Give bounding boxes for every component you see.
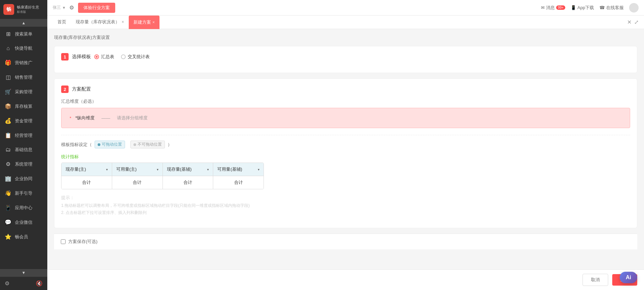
sidebar-item-inventory[interactable]: 📦 库存核算 xyxy=(0,99,47,114)
sidebar-item-system[interactable]: ⚙ 系统管理 xyxy=(0,157,47,171)
sidebar-item-basic-info[interactable]: 🗂 基础信息 xyxy=(0,143,47,157)
sidebar-scroll-down[interactable]: ▼ xyxy=(0,269,47,276)
sidebar-item-apps[interactable]: 📱 应用中心 xyxy=(0,200,47,215)
col-3-chevron[interactable]: ▾ xyxy=(258,168,259,171)
stats-title: 统计指标 xyxy=(61,154,630,160)
step2-card: 2 方案配置 汇总维度（必选） * *纵向维度 —— 请选择分组维度 模板指标设… xyxy=(54,78,637,228)
stats-cell-0-2: 合计 xyxy=(163,176,214,189)
username-label: 张三 xyxy=(53,5,61,10)
close-panel-icon[interactable]: ✕ xyxy=(627,19,631,25)
user-avatar[interactable] xyxy=(629,3,639,13)
topbar: 张三 ▾ ⚙ 体验行业方案 ✉ 消息 99+ 📱 App下载 ☎ 在线客服 xyxy=(47,0,644,16)
message-icon: ✉ xyxy=(541,5,545,10)
sales-label: 销售管理 xyxy=(15,74,32,80)
sidebar-item-search-menu[interactable]: ⊞ 搜索菜单 xyxy=(0,27,47,41)
cancel-button[interactable]: 取消 xyxy=(583,274,608,286)
blue-dot xyxy=(98,143,100,146)
step1-title: 选择模板 xyxy=(72,54,91,60)
step1-header: 1 选择模板 汇总表 交叉统计表 xyxy=(61,53,630,61)
service-icon: ☎ xyxy=(599,5,605,10)
sidebar-footer: ⚙ 🔇 xyxy=(0,276,47,290)
sidebar-logo-title: 畅康通好生意 xyxy=(17,5,39,10)
sidebar-item-wechat[interactable]: 💬 企业微信 xyxy=(0,215,47,229)
message-badge: 99+ xyxy=(556,5,565,10)
dimension-label: 汇总维度（必选） xyxy=(61,98,630,104)
sidebar-item-enterprise[interactable]: 🏢 企业协同 xyxy=(0,171,47,186)
user-dropdown-icon[interactable]: ▾ xyxy=(63,5,65,10)
stats-col-0[interactable]: 现存量(主) ▾ xyxy=(61,163,112,176)
sidebar: 畅 畅康通好生意 标准版 ▲ ⊞ 搜索菜单 ⌂ 快捷导航 🎁 营销推广 ◫ 销售… xyxy=(0,0,47,290)
tab-inventory-label: 现存量（库存状况表） xyxy=(76,19,120,25)
sidebar-item-sales[interactable]: ◫ 销售管理 xyxy=(0,70,47,84)
apps-icon: 📱 xyxy=(5,204,11,211)
sidebar-item-purchase[interactable]: 🛒 采购管理 xyxy=(0,84,47,99)
app-download-icon: 📱 xyxy=(571,5,576,10)
user-area: 张三 ▾ xyxy=(53,5,65,10)
inventory-label: 库存核算 xyxy=(15,103,32,110)
online-service-item[interactable]: ☎ 在线客服 xyxy=(599,5,624,11)
col-2-chevron[interactable]: ▾ xyxy=(207,168,209,171)
stats-col-0-label: 现存量(主) xyxy=(66,166,86,172)
indicator-label-prefix: 模板指标设定（ xyxy=(61,142,92,148)
sidebar-item-member[interactable]: ⭐ 畅会员 xyxy=(0,229,47,244)
content-area: 现存量(库存状况表)方案设置 1 选择模板 汇总表 交叉统计表 xyxy=(47,29,644,269)
stats-col-3-label: 可用量(基辅) xyxy=(217,166,242,172)
newbie-label: 新手引导 xyxy=(15,190,32,196)
sidebar-item-operations[interactable]: 📋 经营管理 xyxy=(0,128,47,143)
app-download-item[interactable]: 📱 App下载 xyxy=(571,5,594,11)
col-0-chevron[interactable]: ▾ xyxy=(106,168,108,171)
sidebar-item-quick-nav[interactable]: ⌂ 快捷导航 xyxy=(0,41,47,55)
sidebar-item-finance[interactable]: 💰 资金管理 xyxy=(0,114,47,128)
stats-col-1-label: 可用量(主) xyxy=(116,166,137,172)
purchase-icon: 🛒 xyxy=(5,89,11,95)
settings-icon[interactable]: ⚙ xyxy=(5,280,9,287)
tab-new-scheme[interactable]: 新建方案 × xyxy=(129,16,159,29)
save-checkbox[interactable] xyxy=(61,239,66,244)
stats-col-3[interactable]: 可用量(基辅) ▾ xyxy=(213,163,264,176)
stats-section: 统计指标 现存量(主) ▾ 可用量(主) ▾ 现存量(基辅) xyxy=(61,154,630,189)
dimension-field-label: *纵向维度 xyxy=(75,115,95,121)
divider-1 xyxy=(61,135,630,135)
footer-bar: 取消 查询 xyxy=(47,269,644,290)
messages-item[interactable]: ✉ 消息 99+ xyxy=(541,5,565,11)
topbar-gear-icon[interactable]: ⚙ xyxy=(69,4,74,11)
search-menu-label: 搜索菜单 xyxy=(15,31,32,37)
stats-col-1[interactable]: 可用量(主) ▾ xyxy=(112,163,163,176)
tab-home-label: 首页 xyxy=(57,19,66,25)
tip-item-1: 2. 点击标题栏下拉可设置排序、插入列和删除列 xyxy=(61,210,630,216)
tips-section: 提示： 1.拖动标题栏可以调整布局，不可跨维度或指标区域拖动栏目字段(只能在同一… xyxy=(61,195,630,216)
sidebar-item-marketing[interactable]: 🎁 营销推广 xyxy=(0,55,47,70)
indicator-settings: 模板指标设定（ 可拖动位置 不可拖动位置 ） xyxy=(61,141,630,148)
online-service-label: 在线客服 xyxy=(606,5,624,11)
indicator-label-end: ） xyxy=(168,142,172,148)
sidebar-scroll-up[interactable]: ▲ xyxy=(0,19,47,27)
stats-cell-0-1: 合计 xyxy=(112,176,163,189)
col-1-chevron[interactable]: ▾ xyxy=(157,168,158,171)
ai-bubble[interactable]: Ai xyxy=(620,272,637,283)
tab-inventory-close[interactable]: × xyxy=(122,20,124,24)
stats-cell-0-0: 合计 xyxy=(61,176,112,189)
marketing-icon: 🎁 xyxy=(5,59,11,66)
dimension-placeholder: 请选择分组维度 xyxy=(117,115,148,121)
sales-icon: ◫ xyxy=(5,74,11,80)
tab-inventory-status[interactable]: 现存量（库存状况表） × xyxy=(71,16,129,29)
stats-col-2-label: 现存量(基辅) xyxy=(167,166,192,172)
stats-col-2[interactable]: 现存量(基辅) ▾ xyxy=(163,163,214,176)
asterisk-icon: * xyxy=(70,116,71,121)
expand-panel-icon[interactable]: ⤢ xyxy=(634,19,639,25)
app-download-label: App下载 xyxy=(577,5,594,11)
indicator-settings-label: 模板指标设定（ 可拖动位置 不可拖动位置 ） xyxy=(61,141,630,148)
sidebar-item-newbie[interactable]: 👋 新手引导 xyxy=(0,186,47,200)
required-row: * *纵向维度 —— 请选择分组维度 xyxy=(70,115,622,121)
save-label: 方案保存(可选) xyxy=(68,239,98,245)
draggable-indicator: 可拖动位置 xyxy=(95,141,125,148)
stats-table-header: 现存量(主) ▾ 可用量(主) ▾ 现存量(基辅) ▾ 可用量(基辅) xyxy=(61,163,264,176)
tab-home[interactable]: 首页 xyxy=(53,16,71,29)
audio-icon[interactable]: 🔇 xyxy=(36,280,43,287)
enterprise-icon: 🏢 xyxy=(5,175,11,182)
radio-summary[interactable]: 汇总表 xyxy=(94,54,114,60)
radio-cross[interactable]: 交叉统计表 xyxy=(121,54,150,60)
tips-label: 提示： xyxy=(61,195,630,201)
trial-button[interactable]: 体验行业方案 xyxy=(78,3,115,13)
tab-new-close[interactable]: × xyxy=(152,20,155,25)
